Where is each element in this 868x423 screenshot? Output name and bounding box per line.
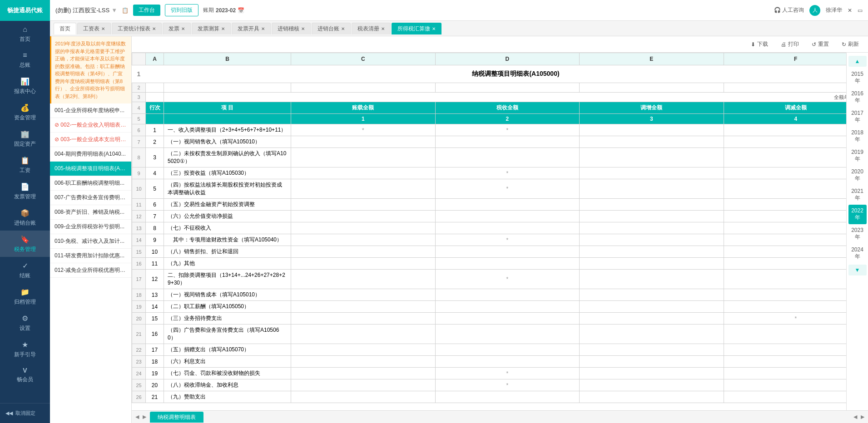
sub-nav-010[interactable]: 010-免税、减计收入及加计... (50, 234, 131, 249)
data-cell[interactable] (291, 379, 436, 391)
data-cell[interactable] (435, 313, 580, 325)
data-cell[interactable]: * (435, 368, 580, 379)
item-cell[interactable]: （四）广告费和业务宣传费支出（填写A105060） (164, 325, 291, 344)
data-cell[interactable] (291, 368, 436, 379)
tab-salary-close[interactable]: ✕ (101, 26, 105, 31)
data-cell[interactable] (291, 199, 436, 211)
sidebar-item-salary[interactable]: 📋 工资 (0, 152, 50, 178)
data-cell[interactable] (580, 301, 724, 313)
sidebar-item-report[interactable]: 📊 报表中心 (0, 73, 50, 99)
data-cell[interactable] (580, 344, 724, 356)
sub-nav-011[interactable]: 011-研发费用加计扣除优惠... (50, 249, 131, 263)
sub-nav-012[interactable]: 012-减免企业所得税优惠明细(... (50, 263, 131, 278)
download-button[interactable]: ⬇ 下载 (747, 39, 772, 49)
data-cell[interactable] (580, 148, 724, 167)
item-cell[interactable]: （九）赞助支出 (164, 391, 291, 403)
item-cell[interactable]: （八）销售折扣、折让和退回 (164, 246, 291, 258)
tab-sales-check[interactable]: 进销稽核 ✕ (272, 23, 311, 34)
item-cell[interactable]: （六）利息支出 (164, 356, 291, 368)
close-window-icon[interactable]: ✕ (848, 7, 852, 14)
data-cell[interactable] (435, 325, 580, 344)
item-cell[interactable]: （九）其他 (164, 258, 291, 270)
tab-salary-report-close[interactable]: ✕ (152, 26, 156, 31)
sub-nav-007[interactable]: 007-广告费和业务宣传费明细... (50, 191, 131, 205)
data-cell[interactable] (580, 368, 724, 379)
data-cell[interactable] (435, 246, 580, 258)
sub-nav-001[interactable]: 001-企业所得税年度纳税申... (50, 103, 131, 118)
data-cell[interactable] (291, 391, 436, 403)
data-cell[interactable] (580, 289, 724, 301)
company-selector[interactable]: (勿删) 江西股宝-LSS ▼ (55, 6, 117, 15)
scroll-left-icon[interactable]: ◀ (853, 414, 857, 420)
bottom-tab-adjust[interactable]: 纳税调整明细表 (150, 412, 203, 423)
item-cell[interactable]: （二）职工薪酬（填写A105050） (164, 301, 291, 313)
data-cell[interactable] (435, 289, 580, 301)
tab-salary[interactable]: 工资表 ✕ (77, 23, 111, 34)
data-cell[interactable] (580, 391, 724, 403)
year-2019[interactable]: 2019年 (848, 146, 867, 166)
copy-icon[interactable]: 📋 (122, 7, 129, 14)
data-cell[interactable] (291, 148, 436, 167)
tab-invoice-open[interactable]: 发票开具 ✕ (232, 23, 271, 34)
tab-home[interactable]: 首页 (54, 23, 76, 34)
data-cell[interactable] (580, 234, 724, 246)
data-cell[interactable]: * (435, 234, 580, 246)
tab-sales-ledger[interactable]: 进销台账 ✕ (312, 23, 351, 34)
switch-version-button[interactable]: 切到旧版 (165, 4, 198, 16)
scroll-right-icon[interactable]: ▶ (861, 414, 864, 420)
item-cell[interactable]: （七）罚金、罚款和被没收财物的损失 (164, 368, 291, 379)
data-cell[interactable] (580, 313, 724, 325)
data-cell[interactable] (580, 124, 724, 136)
data-cell[interactable] (435, 222, 580, 234)
data-cell[interactable] (435, 356, 580, 368)
tab-salary-report[interactable]: 工资统计报表 ✕ (112, 23, 162, 34)
tab-invoice[interactable]: 发票 ✕ (163, 23, 191, 34)
sub-nav-008[interactable]: 008-资产折旧、摊销及纳税... (50, 205, 131, 220)
sidebar-item-ledger[interactable]: ≡ 总账 (0, 47, 50, 73)
data-cell[interactable] (580, 167, 724, 179)
sub-nav-003[interactable]: 003-一般企业成本支出明细... (50, 133, 131, 147)
item-cell[interactable]: （二）未按权责发生制原则确认的收入（填写A105020①） (164, 148, 291, 167)
sub-nav-005[interactable]: 005-纳税调整项目明细表(A1... (50, 162, 131, 176)
data-cell[interactable]: * (435, 270, 580, 289)
year-2023[interactable]: 2023年 (848, 224, 867, 244)
tab-invoice-open-close[interactable]: ✕ (261, 26, 265, 31)
sub-nav-006[interactable]: 006-职工薪酬纳税调整明细... (50, 176, 131, 191)
sidebar-item-home[interactable]: ⌂ 首页 (0, 21, 50, 47)
data-cell[interactable] (435, 136, 580, 148)
data-cell[interactable] (291, 313, 436, 325)
sidebar-item-fixed[interactable]: 🏢 固定资产 (0, 125, 50, 152)
item-cell[interactable]: （五）交易性金融资产初始投资调整 (164, 199, 291, 211)
year-2017[interactable]: 2017年 (848, 107, 867, 127)
data-cell[interactable] (580, 199, 724, 211)
data-cell[interactable] (435, 211, 580, 222)
year-2022[interactable]: 2022年 (848, 205, 867, 224)
workspace-button[interactable]: 工作台 (133, 5, 160, 16)
year-2016[interactable]: 2016年 (848, 88, 867, 107)
tab-sales-ledger-close[interactable]: ✕ (341, 26, 345, 31)
year-2018[interactable]: 2018年 (848, 127, 867, 146)
item-cell[interactable]: 二、扣除类调整项目（13+14+...24+26+27+28+29+30） (164, 270, 291, 289)
sidebar-item-tax[interactable]: 🔖 税务管理 (0, 231, 50, 257)
data-cell[interactable]: * (435, 379, 580, 391)
data-cell[interactable] (580, 325, 724, 344)
sidebar-item-guide[interactable]: ★ 新手引导 (0, 336, 50, 362)
data-cell[interactable] (435, 344, 580, 356)
data-cell[interactable] (291, 136, 436, 148)
data-cell[interactable] (435, 199, 580, 211)
item-cell[interactable]: 一、收入类调整项目（2+3+4+5+6+7+8+10+11） (164, 124, 291, 136)
data-cell[interactable] (291, 211, 436, 222)
data-cell[interactable] (580, 356, 724, 368)
data-cell[interactable] (580, 270, 724, 289)
data-cell[interactable] (291, 301, 436, 313)
data-cell[interactable] (291, 270, 436, 289)
year-nav-up-btn[interactable]: ▲ (848, 56, 867, 67)
tab-invoice-calc[interactable]: 发票测算 ✕ (192, 23, 231, 34)
data-cell[interactable] (435, 148, 580, 167)
tab-invoice-close[interactable]: ✕ (181, 26, 185, 31)
tab-sales-check-close[interactable]: ✕ (301, 26, 305, 31)
data-cell[interactable]: * (435, 167, 580, 179)
sheet-scroll-right[interactable]: ▶ (143, 414, 146, 420)
data-cell[interactable] (291, 167, 436, 179)
help-button[interactable]: 🎧 人工咨询 (774, 6, 804, 14)
